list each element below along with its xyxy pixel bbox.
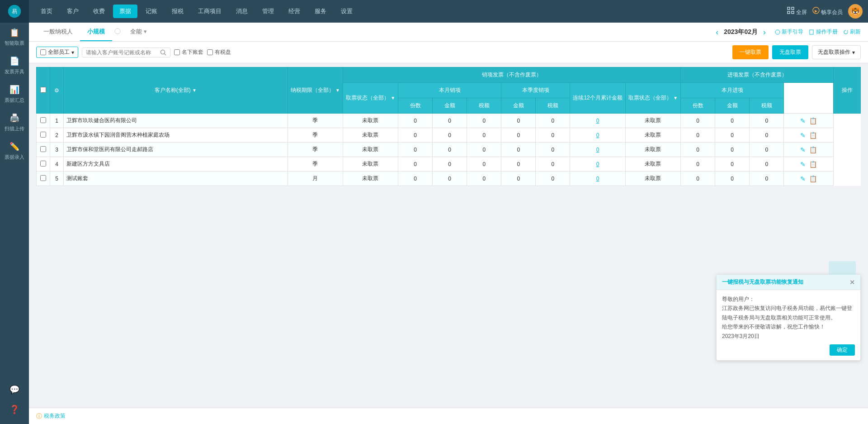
detail-icon[interactable]: 📋	[809, 161, 817, 168]
row-period-cell: 季	[288, 114, 343, 128]
sidebar-item-ticket-entry[interactable]: ✏️ 票据录入	[0, 137, 29, 165]
sidebar-item-help[interactable]: ❓	[0, 400, 29, 419]
popup-close-btn[interactable]: ✕	[849, 279, 855, 286]
select-all-checkbox[interactable]	[40, 49, 46, 55]
refresh-btn[interactable]: 刷新	[843, 28, 861, 36]
sidebar-item-scan-upload[interactable]: 🖨️ 扫描上传	[0, 108, 29, 137]
row-out-q-tax-cell: 0	[536, 114, 570, 128]
col-out-status-header: 取票状态（全部） ▼	[343, 83, 398, 114]
tab-all-ability[interactable]: 全能 ▾	[123, 23, 154, 41]
detail-icon[interactable]: 📋	[809, 132, 817, 139]
table-settings-icon[interactable]: ⚙	[54, 87, 59, 94]
detail-icon[interactable]: 📋	[809, 117, 817, 124]
tax-policy-link[interactable]: 税务政策	[44, 412, 66, 420]
row-action-cell: ✎ 📋	[784, 143, 834, 157]
row-action-cell: ✎ 📋	[784, 157, 834, 172]
period-prev-btn[interactable]: ‹	[714, 28, 720, 36]
guide-btn[interactable]: 新手引导	[775, 28, 803, 36]
employee-select-wrap[interactable]: 全部员工 全部员工 ▾	[36, 47, 78, 58]
filter-icon2[interactable]: ▼	[335, 88, 340, 93]
row-checkbox[interactable]	[40, 132, 46, 138]
out-12m-link[interactable]: 0	[596, 147, 599, 153]
one-click-ticket-btn[interactable]: 一键取票	[732, 45, 769, 59]
col-in-status-header: 取票状态（全部） ▼	[625, 83, 680, 114]
row-action-cell: ✎ 📋	[784, 128, 834, 143]
detail-icon[interactable]: 📋	[809, 175, 817, 182]
row-name-cell: 卫辉市保和堂医药有限公司走郝路店	[64, 143, 288, 157]
filter-icon3[interactable]: ▼	[391, 95, 395, 100]
row-checkbox[interactable]	[40, 161, 46, 167]
member-btn[interactable]: ▶ 畅享会员	[812, 7, 843, 16]
popup-confirm-btn[interactable]: 确定	[830, 344, 855, 356]
nav-operation[interactable]: 经营	[282, 5, 307, 18]
tab-general-taxpayer[interactable]: 一般纳税人	[36, 23, 80, 41]
nav-billing[interactable]: 收费	[87, 5, 111, 18]
row-out-12m-cell: 0	[570, 143, 625, 157]
user-avatar[interactable]: 🐯	[848, 4, 863, 19]
search-input[interactable]	[86, 49, 158, 56]
col-out-invoice-header: 销项发票（不含作废票）	[343, 67, 680, 83]
edit-icon[interactable]: ✎	[800, 161, 806, 168]
chevron-down-icon: ▾	[144, 28, 147, 35]
nav-ticket[interactable]: 票据	[113, 5, 137, 18]
filter-icon4[interactable]: ▼	[673, 95, 678, 100]
edit-icon[interactable]: ✎	[800, 132, 806, 139]
sidebar-item-invoice-issue[interactable]: 📄 发票开具	[0, 51, 29, 80]
row-out-12m-cell: 0	[570, 157, 625, 172]
out-12m-link[interactable]: 0	[596, 161, 599, 167]
row-name-cell: 新建区方方文具店	[64, 157, 288, 172]
edit-icon[interactable]: ✎	[800, 146, 806, 153]
table-row: 3 卫辉市保和堂医药有限公司走郝路店 季 未取票 0 0 0 0 0 0 未取票…	[37, 143, 861, 157]
sidebar-item-smart-ticket[interactable]: 📋 智能取票	[0, 23, 29, 51]
nav-bookkeeping[interactable]: 记账	[139, 5, 164, 18]
nav-tax[interactable]: 报税	[165, 5, 190, 18]
nav-business[interactable]: 工商项目	[192, 5, 228, 18]
out-12m-link[interactable]: 0	[596, 118, 599, 124]
search-icon[interactable]	[160, 49, 166, 56]
out-12m-link[interactable]: 0	[596, 176, 599, 182]
nav-service[interactable]: 服务	[308, 5, 333, 18]
row-period-cell: 月	[288, 172, 343, 186]
popup-body: 尊敬的用户： 江苏政务网已恢复访问电子税务局功能，易代账一键登陆电子税务局与无盘…	[717, 290, 860, 360]
no-disk-ops-btn[interactable]: 无盘取票操作 ▾	[812, 45, 861, 59]
nav-customer[interactable]: 客户	[61, 5, 85, 18]
col-out-12m-header: 连续12个月累计金额	[570, 83, 625, 114]
row-checkbox-cell	[37, 172, 50, 186]
row-out-status-cell: 未取票	[343, 172, 398, 186]
sidebar-item-chat[interactable]: 💬	[0, 380, 29, 400]
out-12m-link[interactable]: 0	[596, 132, 599, 138]
row-out-q-tax-cell: 0	[536, 157, 570, 172]
row-name-cell: 卫辉市玖玖健合医药有限公司	[64, 114, 288, 128]
nav-message[interactable]: 消息	[230, 5, 254, 18]
sidebar-item-ticket-summary[interactable]: 📊 票据汇总	[0, 80, 29, 108]
in-m-count-header: 份数	[681, 98, 715, 114]
row-checkbox[interactable]	[40, 175, 46, 181]
period-nav: ‹ 2023年02月 ›	[714, 28, 768, 36]
has-taxdisk-label[interactable]: 有税盘	[207, 48, 231, 56]
fullscreen-btn[interactable]: 全屏	[787, 7, 807, 16]
nav-settings[interactable]: 设置	[335, 5, 359, 18]
row-checkbox[interactable]	[40, 117, 46, 123]
nav-home[interactable]: 首页	[34, 5, 59, 18]
filter-icon[interactable]: ▼	[192, 88, 197, 93]
no-disk-ticket-btn[interactable]: 无盘取票	[772, 45, 808, 59]
row-in-m-amount-cell: 0	[715, 157, 750, 172]
period-next-btn[interactable]: ›	[761, 28, 768, 36]
edit-icon[interactable]: ✎	[800, 117, 806, 124]
svg-point-8	[115, 29, 120, 34]
row-no-cell: 5	[50, 172, 64, 186]
row-checkbox[interactable]	[40, 146, 46, 152]
table-select-all[interactable]	[40, 87, 46, 93]
has-taxdisk-checkbox[interactable]	[207, 49, 213, 55]
tab-small-scale[interactable]: 小规模	[80, 23, 112, 41]
nav-manage[interactable]: 管理	[256, 5, 280, 18]
name-accounts-checkbox[interactable]	[174, 49, 180, 55]
name-accounts-label[interactable]: 名下账套	[174, 48, 203, 56]
in-m-tax-header: 税额	[750, 98, 784, 114]
detail-icon[interactable]: 📋	[809, 146, 817, 153]
row-out-status-cell: 未取票	[343, 114, 398, 128]
table-row: 1 卫辉市玖玖健合医药有限公司 季 未取票 0 0 0 0 0 0 未取票 0 …	[37, 114, 861, 128]
manual-btn[interactable]: 操作手册	[809, 28, 837, 36]
in-m-amount-header: 金额	[715, 98, 750, 114]
edit-icon[interactable]: ✎	[800, 175, 806, 182]
